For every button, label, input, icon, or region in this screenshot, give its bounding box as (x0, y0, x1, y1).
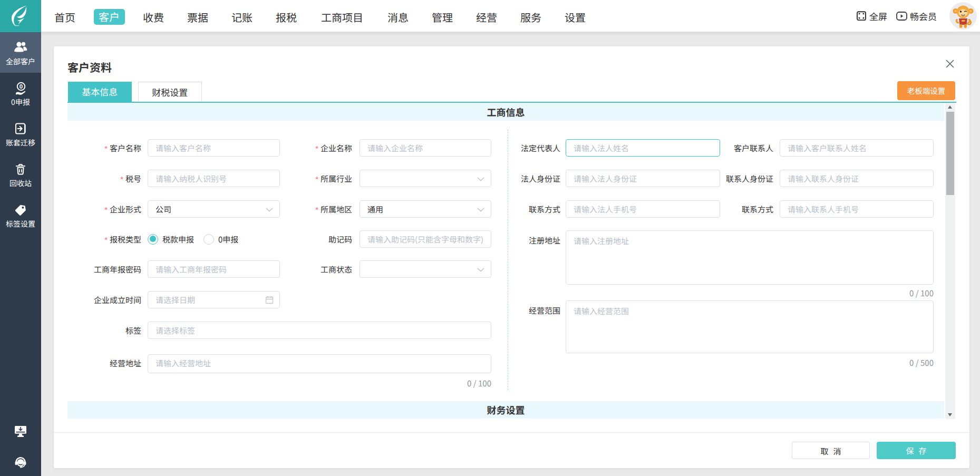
svg-text:0: 0 (20, 82, 23, 90)
